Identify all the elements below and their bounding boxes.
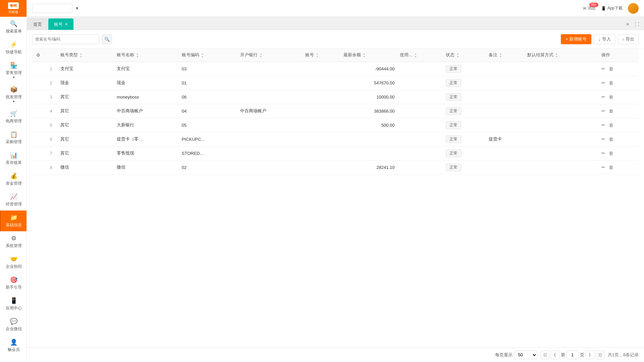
delete-button[interactable]: 🗑	[609, 108, 613, 114]
row-account	[303, 90, 341, 104]
sidebar-item-enterprise[interactable]: 🤝 企业协同	[0, 252, 26, 273]
sidebar-item-system[interactable]: ⚙ 系统管理	[0, 231, 26, 252]
row-status: 正常	[443, 146, 486, 160]
add-account-button[interactable]: + 新增账号	[561, 34, 591, 44]
sidebar-item-capital[interactable]: 💰 资金管理	[0, 169, 26, 190]
edit-button[interactable]: ✏	[601, 150, 605, 156]
page-size-select[interactable]: 50 20 100	[515, 351, 537, 359]
import-button[interactable]: ↓ 导入	[594, 34, 615, 44]
row-bank	[237, 146, 303, 160]
row-action: ✏ 🗑	[599, 104, 639, 118]
tab-home[interactable]: 首页	[28, 18, 48, 30]
edit-button[interactable]: ✏	[601, 165, 605, 170]
col-code[interactable]: 账号编码 ▲▼	[179, 49, 237, 62]
col-note[interactable]: 备注 ▲▼	[486, 49, 524, 62]
row-balance	[341, 132, 397, 146]
col-default[interactable]: 默认结算方式 ▲▼	[525, 49, 599, 62]
sidebar-label-inventory: 库存核算	[6, 160, 22, 166]
col-balance[interactable]: 最新余额 ▲▼	[341, 49, 397, 62]
delete-button[interactable]: 🗑	[609, 94, 613, 100]
sidebar-item-operation[interactable]: 📈 经营管理	[0, 190, 26, 210]
tab-maximize-button[interactable]: ⛶	[633, 20, 641, 28]
app-download-button[interactable]: 📱 App下载	[601, 5, 623, 11]
chevron-down-icon: ▼	[12, 76, 15, 79]
last-page-button[interactable]: ⟩⟩	[596, 351, 604, 359]
row-type: 其它	[58, 104, 114, 118]
page-number-input[interactable]	[567, 351, 579, 359]
sidebar-label-capital: 资金管理	[6, 181, 22, 186]
prev-page-button[interactable]: ⟨	[551, 351, 559, 359]
toolbar: 🔍 + 新增账号 ↓ 导入 ↑ 导出	[27, 30, 644, 49]
tab-account-close[interactable]: ✕	[65, 22, 68, 26]
col-bank[interactable]: 开户银行 ▲▼	[237, 49, 303, 62]
search-input[interactable]	[32, 34, 99, 44]
delete-button[interactable]: 🗑	[609, 136, 613, 142]
sidebar-item-wechat[interactable]: 💬 企业微信	[0, 314, 26, 335]
edit-button[interactable]: ✏	[601, 122, 605, 128]
col-usage[interactable]: 使用... ▲▼	[397, 49, 443, 62]
sidebar-item-shortcut[interactable]: ⚡ 快捷导航	[0, 38, 26, 58]
edit-button[interactable]: ✏	[601, 80, 605, 85]
table-row: 4 其它 中百商场账户 04 中百商场账户 383866.00 正常 ✏ 🗑	[32, 104, 639, 118]
row-type: 支付宝	[58, 62, 114, 76]
export-button[interactable]: ↑ 导出	[618, 34, 639, 44]
delete-button[interactable]: 🗑	[609, 122, 613, 128]
row-code: 04	[179, 104, 237, 118]
row-default	[525, 160, 599, 174]
row-num: 1	[44, 62, 58, 76]
sidebar-item-member[interactable]: 👤 畅会员	[0, 335, 26, 356]
edit-button[interactable]: ✏	[601, 108, 605, 114]
row-gear	[32, 118, 44, 132]
sidebar-item-purchase[interactable]: 📋 采购管理	[0, 127, 26, 148]
table-row: 6 其它 提货卡（零... PICKUPC... 正常 提货卡 ✏ 🗑	[32, 132, 639, 146]
row-status: 正常	[443, 118, 486, 132]
sidebar-icon-basic: 📁	[10, 214, 17, 221]
tab-account[interactable]: 账号 ✕	[48, 18, 73, 30]
edit-button[interactable]: ✏	[601, 94, 605, 100]
col-type[interactable]: 账号类型 ▲▼	[58, 49, 114, 62]
first-page-button[interactable]: ⟨⟨	[541, 351, 549, 359]
header-left: ▼	[32, 4, 79, 13]
sidebar-item-appcenter[interactable]: 📱 应用中心	[0, 294, 26, 314]
avatar[interactable]	[628, 3, 639, 14]
sidebar-item-guide[interactable]: 🎯 新手引导	[0, 273, 26, 294]
sidebar-item-ecommerce[interactable]: 🛒 电商管理	[0, 107, 26, 127]
col-gear[interactable]: ⚙	[32, 49, 44, 62]
sidebar-icon-enterprise: 🤝	[10, 255, 17, 263]
col-name[interactable]: 账号名称 ▲▼	[114, 49, 179, 62]
tab-close-button[interactable]: ✕	[623, 20, 632, 28]
sidebar-item-search[interactable]: 🔍 搜索菜单	[0, 17, 26, 38]
header-dropdown[interactable]: ▼	[75, 6, 79, 11]
row-note	[486, 118, 524, 132]
row-type: 其它	[58, 146, 114, 160]
edit-button[interactable]: ✏	[601, 66, 605, 71]
delete-button[interactable]: 🗑	[609, 80, 613, 85]
delete-button[interactable]: 🗑	[609, 165, 613, 170]
col-status[interactable]: 状态 ▲▼	[443, 49, 486, 62]
row-type: 现金	[58, 76, 114, 90]
sidebar-label-shortcut: 快捷导航	[6, 49, 22, 55]
delete-button[interactable]: 🗑	[609, 66, 613, 71]
export-icon: ↑	[622, 37, 625, 42]
sidebar-item-retail[interactable]: 🏪 零售管理 ▼	[0, 58, 26, 82]
sidebar-item-inventory[interactable]: 📊 库存核算	[0, 148, 26, 169]
col-action: 操作	[599, 49, 639, 62]
search-button[interactable]: 🔍	[102, 34, 112, 44]
sidebar-item-wholesale[interactable]: 📦 批发管理 ▼	[0, 82, 26, 107]
row-gear	[32, 62, 44, 76]
header-search-input[interactable]	[32, 4, 72, 13]
next-page-button[interactable]: ⟩	[586, 351, 594, 359]
col-account[interactable]: 账号 ▲▼	[303, 49, 341, 62]
message-button[interactable]: ✉ 消息 99+	[583, 5, 596, 11]
edit-button[interactable]: ✏	[601, 136, 605, 142]
row-usage	[397, 104, 443, 118]
table-row: 1 支付宝 支付宝 03 -90444.00 正常 ✏ 🗑	[32, 62, 639, 76]
row-account	[303, 146, 341, 160]
row-code: 06	[179, 90, 237, 104]
delete-button[interactable]: 🗑	[609, 150, 613, 156]
row-code: 02	[179, 160, 237, 174]
sidebar-item-basic[interactable]: 📁 基础信息	[0, 210, 26, 231]
row-num: 3	[44, 90, 58, 104]
row-note	[486, 104, 524, 118]
sidebar-icon-ecommerce: 🛒	[10, 110, 17, 117]
